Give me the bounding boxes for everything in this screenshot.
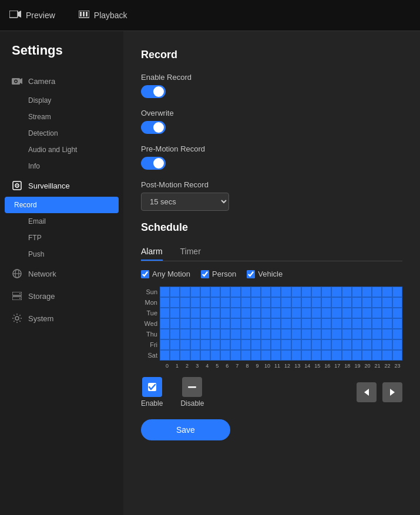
grid-cell[interactable] bbox=[200, 297, 210, 308]
grid-cell[interactable] bbox=[281, 318, 291, 329]
grid-cell[interactable] bbox=[230, 329, 240, 339]
grid-cell[interactable] bbox=[311, 318, 321, 329]
grid-cell[interactable] bbox=[241, 297, 251, 308]
sidebar-subitem-email[interactable]: Email bbox=[0, 213, 123, 230]
grid-cell[interactable] bbox=[392, 308, 402, 318]
grid-cell[interactable] bbox=[342, 297, 352, 308]
grid-cell[interactable] bbox=[321, 329, 331, 339]
grid-cell[interactable] bbox=[382, 297, 392, 308]
grid-cell[interactable] bbox=[210, 350, 220, 361]
grid-cell[interactable] bbox=[210, 287, 220, 297]
enable-record-toggle[interactable] bbox=[141, 85, 166, 98]
grid-cell[interactable] bbox=[392, 350, 402, 361]
grid-cell[interactable] bbox=[160, 318, 170, 329]
grid-cell[interactable] bbox=[210, 308, 220, 318]
grid-cell[interactable] bbox=[190, 287, 200, 297]
postmotion-select[interactable]: 5 secs 10 secs 15 secs 30 secs 60 secs bbox=[141, 193, 229, 211]
grid-cell[interactable] bbox=[301, 350, 311, 361]
person-checkbox[interactable] bbox=[201, 270, 209, 278]
sidebar-subitem-ftp[interactable]: FTP bbox=[0, 230, 123, 246]
grid-cell[interactable] bbox=[321, 350, 331, 361]
grid-cell[interactable] bbox=[321, 318, 331, 329]
grid-cell[interactable] bbox=[392, 287, 402, 297]
grid-cell[interactable] bbox=[241, 308, 251, 318]
sidebar-subitem-detection[interactable]: Detection bbox=[0, 125, 123, 142]
grid-cell[interactable] bbox=[210, 318, 220, 329]
grid-cell[interactable] bbox=[362, 329, 372, 339]
grid-cell[interactable] bbox=[362, 297, 372, 308]
grid-cell[interactable] bbox=[160, 339, 170, 350]
grid-cell[interactable] bbox=[331, 318, 341, 329]
grid-cell[interactable] bbox=[301, 329, 311, 339]
grid-cell[interactable] bbox=[352, 297, 362, 308]
sidebar-item-system[interactable]: System bbox=[0, 307, 123, 329]
grid-cell[interactable] bbox=[372, 329, 382, 339]
grid-cell[interactable] bbox=[220, 318, 230, 329]
grid-cell[interactable] bbox=[220, 350, 230, 361]
grid-cell[interactable] bbox=[200, 350, 210, 361]
grid-cell[interactable] bbox=[392, 318, 402, 329]
grid-cell[interactable] bbox=[160, 308, 170, 318]
grid-cell[interactable] bbox=[392, 329, 402, 339]
grid-cell[interactable] bbox=[160, 287, 170, 297]
grid-cell[interactable] bbox=[180, 297, 190, 308]
grid-cell[interactable] bbox=[241, 287, 251, 297]
sidebar-item-storage[interactable]: Storage bbox=[0, 285, 123, 307]
grid-cell[interactable] bbox=[291, 350, 301, 361]
grid-cell[interactable] bbox=[190, 318, 200, 329]
grid-cell[interactable] bbox=[372, 308, 382, 318]
checkbox-person[interactable]: Person bbox=[201, 270, 236, 278]
grid-cell[interactable] bbox=[392, 339, 402, 350]
grid-cell[interactable] bbox=[291, 318, 301, 329]
grid-cell[interactable] bbox=[321, 308, 331, 318]
sidebar-item-camera[interactable]: Camera bbox=[0, 70, 123, 92]
grid-cell[interactable] bbox=[331, 287, 341, 297]
grid-cell[interactable] bbox=[372, 297, 382, 308]
grid-cell[interactable] bbox=[392, 297, 402, 308]
grid-cell[interactable] bbox=[190, 297, 200, 308]
grid-cell[interactable] bbox=[230, 308, 240, 318]
grid-cell[interactable] bbox=[311, 339, 321, 350]
grid-cell[interactable] bbox=[241, 329, 251, 339]
grid-cell[interactable] bbox=[271, 297, 281, 308]
grid-cell[interactable] bbox=[362, 287, 372, 297]
grid-cell[interactable] bbox=[331, 350, 341, 361]
grid-cell[interactable] bbox=[311, 287, 321, 297]
grid-cell[interactable] bbox=[230, 318, 240, 329]
sidebar-subitem-display[interactable]: Display bbox=[0, 92, 123, 109]
grid-cell[interactable] bbox=[291, 329, 301, 339]
grid-cell[interactable] bbox=[301, 318, 311, 329]
grid-cell[interactable] bbox=[220, 308, 230, 318]
grid-cell[interactable] bbox=[160, 350, 170, 361]
grid-cell[interactable] bbox=[251, 350, 261, 361]
grid-cell[interactable] bbox=[230, 297, 240, 308]
grid-cell[interactable] bbox=[281, 297, 291, 308]
grid-cell[interactable] bbox=[190, 339, 200, 350]
grid-cell[interactable] bbox=[241, 339, 251, 350]
grid-cell[interactable] bbox=[170, 329, 180, 339]
grid-cell[interactable] bbox=[281, 287, 291, 297]
grid-cell[interactable] bbox=[170, 318, 180, 329]
grid-cell[interactable] bbox=[311, 329, 321, 339]
grid-cell[interactable] bbox=[342, 350, 352, 361]
grid-cell[interactable] bbox=[261, 287, 271, 297]
grid-cell[interactable] bbox=[342, 339, 352, 350]
grid-cell[interactable] bbox=[251, 297, 261, 308]
grid-cell[interactable] bbox=[291, 287, 301, 297]
grid-cell[interactable] bbox=[261, 339, 271, 350]
grid-cell[interactable] bbox=[271, 308, 281, 318]
grid-cell[interactable] bbox=[190, 350, 200, 361]
grid-cell[interactable] bbox=[251, 318, 261, 329]
sidebar-subitem-stream[interactable]: Stream bbox=[0, 109, 123, 125]
grid-cell[interactable] bbox=[170, 350, 180, 361]
grid-cell[interactable] bbox=[362, 350, 372, 361]
grid-cell[interactable] bbox=[200, 329, 210, 339]
grid-cell[interactable] bbox=[342, 318, 352, 329]
grid-cell[interactable] bbox=[301, 287, 311, 297]
grid-cell[interactable] bbox=[331, 297, 341, 308]
grid-cell[interactable] bbox=[311, 297, 321, 308]
grid-cell[interactable] bbox=[352, 308, 362, 318]
grid-cell[interactable] bbox=[160, 297, 170, 308]
grid-cell[interactable] bbox=[352, 287, 362, 297]
grid-cell[interactable] bbox=[220, 329, 230, 339]
